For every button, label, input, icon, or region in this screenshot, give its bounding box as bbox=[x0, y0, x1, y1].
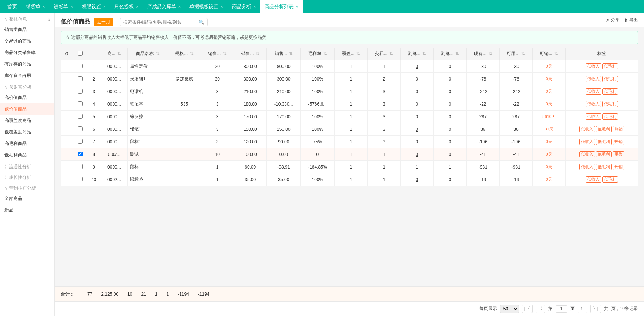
cell-checkbox[interactable] bbox=[73, 173, 87, 186]
sidebar-item-high-margin[interactable]: 高毛利商品 bbox=[0, 138, 54, 149]
share-button[interactable]: ↗ 分享 bbox=[606, 17, 620, 23]
sidebar-item-category-rate[interactable]: 商品分类销售率 bbox=[0, 47, 54, 58]
nav-sales-order[interactable]: 销货单 × bbox=[21, 0, 49, 13]
cell-views1[interactable]: 0 bbox=[400, 148, 433, 161]
nav-role-auth[interactable]: 角色授权 × bbox=[110, 0, 142, 13]
sidebar-group-wealth[interactable]: ∨ 员财富分析 bbox=[0, 81, 54, 92]
last-page-button[interactable]: 〉| bbox=[590, 305, 601, 313]
first-page-button[interactable]: |〈 bbox=[522, 305, 533, 313]
close-icon[interactable]: × bbox=[178, 4, 181, 9]
nav-purchase-order[interactable]: 进货单 × bbox=[49, 0, 77, 13]
col-sales-price[interactable]: 销售... ⇅ bbox=[267, 48, 301, 60]
nav-product-analysis[interactable]: 商品分析 × bbox=[228, 0, 260, 13]
col-views1[interactable]: 浏览... ⇅ bbox=[400, 48, 433, 60]
collapse-icon[interactable]: « bbox=[47, 17, 50, 22]
sidebar-item-all-goods[interactable]: 全部商品 bbox=[0, 193, 54, 204]
col-views2[interactable]: 浏览... ⇅ bbox=[433, 48, 466, 60]
cell-spec: 参加复试 bbox=[168, 73, 201, 85]
row-checkbox[interactable] bbox=[78, 89, 83, 94]
nav-home[interactable]: 首页 bbox=[3, 0, 21, 13]
page-input[interactable] bbox=[556, 305, 567, 313]
cell-code: 0000... bbox=[101, 136, 127, 148]
col-settings[interactable]: ⚙ bbox=[61, 48, 73, 60]
cell-views1[interactable]: 0 bbox=[400, 173, 433, 186]
row-checkbox[interactable] bbox=[78, 177, 83, 181]
row-checkbox[interactable] bbox=[78, 152, 83, 156]
cell-checkbox[interactable] bbox=[73, 73, 87, 85]
cell-views1[interactable]: 0 bbox=[400, 136, 433, 148]
sidebar-item-stock-fund[interactable]: 库存资金占用 bbox=[0, 70, 54, 81]
sidebar-item-low-value[interactable]: 低价值商品 bbox=[0, 103, 54, 115]
row-checkbox[interactable] bbox=[78, 114, 83, 119]
row-checkbox[interactable] bbox=[78, 76, 83, 81]
col-sales-amount[interactable]: 销售... ⇅ bbox=[234, 48, 267, 60]
sidebar-item-high-coverage[interactable]: 高覆盖度商品 bbox=[0, 115, 54, 126]
nav-product-analysis-list[interactable]: 商品分析列表 × bbox=[260, 0, 302, 13]
col-spec[interactable]: 规格... ⇅ bbox=[168, 48, 201, 60]
col-name[interactable]: 商品名称 ⇅ bbox=[127, 48, 168, 60]
cell-views1[interactable]: 0 bbox=[400, 85, 433, 98]
col-coverage[interactable]: 覆盖... ⇅ bbox=[335, 48, 368, 60]
col-gross-margin[interactable]: 毛利率 ⇅ bbox=[301, 48, 335, 60]
cell-sales-amount: 180.00 bbox=[234, 98, 267, 111]
cell-views1[interactable]: 0 bbox=[400, 123, 433, 136]
cell-views1[interactable]: 0 bbox=[400, 98, 433, 111]
row-checkbox[interactable] bbox=[78, 101, 83, 106]
select-all-checkbox[interactable] bbox=[78, 51, 83, 56]
sidebar-group-overall[interactable]: ∨ 整体信息 « bbox=[0, 13, 54, 24]
close-icon[interactable]: × bbox=[136, 4, 138, 9]
sidebar-item-low-coverage[interactable]: 低覆盖度商品 bbox=[0, 126, 54, 138]
sidebar-item-high-value[interactable]: 高价值商品 bbox=[0, 92, 54, 103]
cell-views1[interactable]: 0 bbox=[400, 73, 433, 85]
cell-views1[interactable]: 1 bbox=[400, 161, 433, 173]
sidebar-item-traded-goods[interactable]: 交易过的商品 bbox=[0, 35, 54, 47]
nav-template-settings[interactable]: 单据模板设置 × bbox=[185, 0, 227, 13]
footer-views2: 1 bbox=[162, 291, 173, 298]
cell-transactions: 3 bbox=[368, 98, 400, 111]
close-icon[interactable]: × bbox=[103, 4, 105, 9]
sidebar-group-marketing[interactable]: ∨ 营销推广分析 bbox=[0, 182, 54, 193]
cell-checkbox[interactable] bbox=[73, 98, 87, 111]
cell-views1[interactable]: 0 bbox=[400, 60, 433, 73]
row-checkbox[interactable] bbox=[78, 126, 83, 131]
row-checkbox[interactable] bbox=[78, 139, 83, 144]
cell-checkbox[interactable] bbox=[73, 136, 87, 148]
sidebar-item-new-goods[interactable]: 新品 bbox=[0, 204, 54, 216]
cell-checkbox[interactable] bbox=[73, 111, 87, 123]
sidebar-item-low-margin[interactable]: 低毛利商品 bbox=[0, 149, 54, 161]
sidebar-group-flow[interactable]: 〉流通性分析 bbox=[0, 161, 54, 171]
sidebar-item-sales-goods[interactable]: 销售类商品 bbox=[0, 24, 54, 35]
cell-checkbox[interactable] bbox=[73, 123, 87, 136]
close-icon[interactable]: × bbox=[296, 4, 298, 9]
col-transactions[interactable]: 交易... ⇅ bbox=[368, 48, 400, 60]
cell-checkbox[interactable] bbox=[73, 148, 87, 161]
search-input[interactable] bbox=[123, 20, 197, 25]
col-available[interactable]: 可用... ⇅ bbox=[499, 48, 532, 60]
cell-views1[interactable]: 0 bbox=[400, 111, 433, 123]
col-code[interactable]: 商... ⇅ bbox=[101, 48, 127, 60]
close-icon[interactable]: × bbox=[221, 4, 223, 9]
row-checkbox[interactable] bbox=[78, 164, 83, 169]
close-icon[interactable]: × bbox=[43, 4, 45, 9]
col-current-stock[interactable]: 现有... ⇅ bbox=[466, 48, 499, 60]
close-icon[interactable]: × bbox=[70, 4, 73, 9]
close-icon[interactable]: × bbox=[254, 4, 256, 9]
cell-checkbox[interactable] bbox=[73, 161, 87, 173]
cell-checkbox[interactable] bbox=[73, 60, 87, 73]
col-sales-qty[interactable]: 销售... ⇅ bbox=[201, 48, 234, 60]
prev-page-button[interactable]: 〈 bbox=[536, 305, 545, 313]
search-icon[interactable]: 🔍 bbox=[199, 20, 204, 25]
col-saleable[interactable]: 可销... ⇅ bbox=[533, 48, 566, 60]
filter-tag-button[interactable]: 近一月 bbox=[94, 18, 113, 26]
export-button[interactable]: ⬆ 导出 bbox=[624, 17, 638, 23]
nav-finished-goods[interactable]: 产成品入库单 × bbox=[143, 0, 185, 13]
cell-checkbox[interactable] bbox=[73, 85, 87, 98]
sidebar-group-growth[interactable]: 〉成长性分析 bbox=[0, 171, 54, 182]
cell-views2: 1 bbox=[433, 161, 466, 173]
next-page-button[interactable]: 〉 bbox=[578, 305, 587, 313]
col-checkbox[interactable] bbox=[73, 48, 87, 60]
sidebar-item-stock-goods[interactable]: 有库存的商品 bbox=[0, 58, 54, 70]
nav-permissions[interactable]: 权限设置 × bbox=[77, 0, 110, 13]
row-checkbox[interactable] bbox=[78, 64, 83, 68]
page-size-select[interactable]: 50 100 200 bbox=[500, 305, 519, 313]
